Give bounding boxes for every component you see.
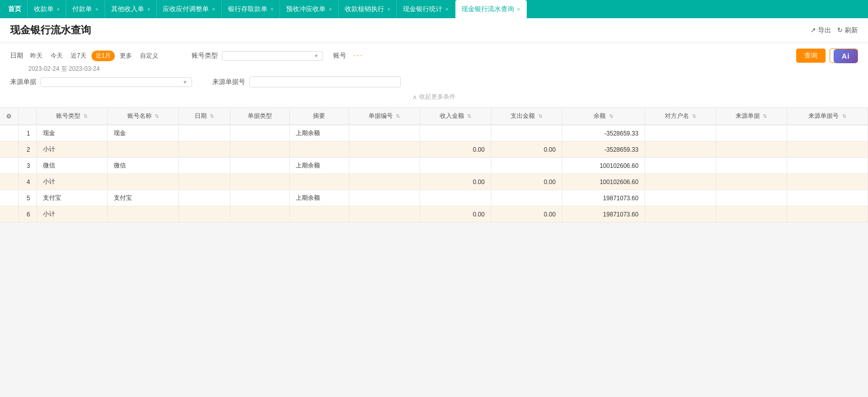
table-cell: 支付宝 [108,190,179,206]
account-type-arrow-icon: ▼ [313,53,318,59]
table-cell [349,206,420,223]
header-actions: ↗ 导出 ↻ 刷新 [810,26,858,35]
nav-tab-bank-deposit[interactable]: 银行存取款单 × [222,0,280,18]
table-col-source-doc-no[interactable]: 来源单据号 ⇅ [787,108,868,125]
table-cell [420,158,491,174]
refresh-label: 刷新 [845,26,858,35]
close-ar-ap-adjust-icon[interactable]: × [212,6,215,12]
table-cell [787,174,868,190]
table-col-account-name[interactable]: 账号名称 ⇅ [108,108,179,125]
close-other-income-icon[interactable]: × [147,6,150,12]
table-cell [0,142,18,158]
table-cell [645,174,716,190]
close-payment-icon[interactable]: × [95,6,98,12]
table-cell: 现金 [108,125,179,142]
table-cell [787,125,868,142]
export-icon: ↗ [810,26,816,34]
table-cell [645,125,716,142]
table-area: ⚙ 账号类型 ⇅ 账号名称 ⇅ 日期 ⇅ 单据类型 摘要 单据编号 ⇅ 收入金额… [0,108,868,223]
nav-tab-payment[interactable]: 付款单 × [66,0,105,18]
table-row: 3微信微信上期余额100102606.60 [0,158,868,174]
table-col-doc-no[interactable]: 单据编号 ⇅ [349,108,420,125]
table-cell: 4 [18,174,36,190]
export-button[interactable]: ↗ 导出 [810,26,831,35]
account-type-select[interactable]: ▼ [222,51,323,61]
table-cell: 微信 [108,158,179,174]
table-col-source-doc[interactable]: 来源单据 ⇅ [716,108,787,125]
close-cash-bank-stats-icon[interactable]: × [445,6,448,12]
account-dots-button[interactable]: ··· [350,50,366,61]
nav-tab-home-label: 首页 [8,5,21,14]
page-title: 现金银行流水查询 [10,23,91,37]
table-cell [0,125,18,142]
source-doc-select[interactable]: ▼ [40,77,192,87]
table-cell: 100102606.60 [562,158,645,174]
close-advance-offset-icon[interactable]: × [329,6,332,12]
table-cell: 0.00 [420,142,491,158]
sort-source-doc-icon: ⇅ [763,113,767,119]
table-cell: 0.00 [491,206,562,223]
table-cell: 0.00 [420,206,491,223]
sort-account-type-icon: ⇅ [83,113,87,119]
sort-source-doc-no-icon: ⇅ [842,113,846,119]
table-cell [349,142,420,158]
table-cell [349,190,420,206]
nav-tab-advance-offset-label: 预收冲应收单 [286,5,326,14]
date-range-text: 2023-02-24 至 2023-03-24 [28,65,100,72]
date-yesterday-btn[interactable]: 昨天 [27,51,45,61]
date-7days-btn[interactable]: 近7天 [68,51,89,61]
table-cell [0,206,18,223]
table-cell [290,206,349,223]
nav-tab-receive[interactable]: 收款单 × [28,0,66,18]
table-col-no [18,108,36,125]
source-doc-no-filter-item: 来源单据号 [212,76,401,87]
sort-account-name-icon: ⇅ [155,113,159,119]
nav-tab-bank-deposit-label: 银行存取款单 [228,5,267,14]
table-col-expense[interactable]: 支出金额 ⇅ [491,108,562,125]
table-col-balance[interactable]: 余额 ⇅ [562,108,645,125]
table-col-doc-type: 单据类型 [230,108,289,125]
account-filter-item: 账号 ··· [333,50,366,61]
date-today-btn[interactable]: 今天 [48,51,66,61]
table-cell: 3 [18,158,36,174]
table-cell [230,174,289,190]
date-1month-btn[interactable]: 近1月 [92,51,115,61]
table-col-counterparty[interactable]: 对方户名 ⇅ [645,108,716,125]
close-receive-icon[interactable]: × [57,6,60,12]
table-col-date[interactable]: 日期 ⇅ [178,108,230,125]
close-collection-exec-icon[interactable]: × [387,6,390,12]
table-cell [420,190,491,206]
table-cell: 支付宝 [36,190,108,206]
date-custom-btn[interactable]: 自定义 [137,51,161,61]
table-row: 5支付宝支付宝上期余额19871073.60 [0,190,868,206]
account-type-label: 账号类型 [192,51,218,60]
ai-badge[interactable]: Ai [834,49,858,63]
close-bank-deposit-icon[interactable]: × [270,6,273,12]
table-row: 4小计0.000.00100102606.60 [0,174,868,190]
table-cell: 6 [18,206,36,223]
nav-tab-advance-offset[interactable]: 预收冲应收单 × [280,0,338,18]
table-row: 2小计0.000.00-3528659.33 [0,142,868,158]
table-col-account-type[interactable]: 账号类型 ⇅ [36,108,108,125]
table-cell: 微信 [36,158,108,174]
nav-tab-cash-bank-stats[interactable]: 现金银行统计 × [397,0,455,18]
table-col-income[interactable]: 收入金额 ⇅ [420,108,491,125]
nav-tab-collection-exec[interactable]: 收款核销执行 × [339,0,397,18]
source-doc-no-input[interactable] [249,76,401,87]
table-cell: 0.00 [491,142,562,158]
refresh-button[interactable]: ↻ 刷新 [837,26,858,35]
nav-tab-home[interactable]: 首页 [2,0,28,18]
nav-tab-ar-ap-adjust[interactable]: 应收应付调整单 × [157,0,221,18]
nav-tab-other-income[interactable]: 其他收入单 × [105,0,157,18]
collapse-bar[interactable]: ∧ 收起更多条件 [10,93,858,101]
table-cell [787,158,868,174]
query-button[interactable]: 查询 [796,49,826,63]
table-cell: 5 [18,190,36,206]
table-cell [349,158,420,174]
date-more-btn[interactable]: 更多 [117,51,135,61]
collapse-icon: ∧ [413,94,417,101]
close-cash-bank-flow-icon[interactable]: × [517,6,520,12]
source-doc-arrow-icon: ▼ [182,79,188,85]
table-col-gear[interactable]: ⚙ [0,108,18,125]
nav-tab-cash-bank-flow[interactable]: 现金银行流水查询 × [455,0,527,18]
